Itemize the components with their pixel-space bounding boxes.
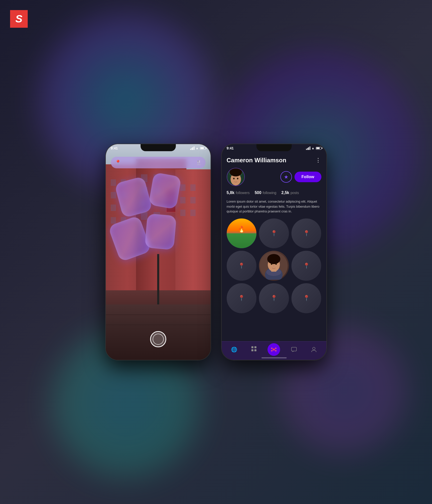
avatar-svg <box>227 168 244 185</box>
stats-row: 5,8k followers 500 following 2,5k posts <box>227 191 321 195</box>
svg-point-12 <box>271 263 272 265</box>
grid-item-3[interactable]: 📍 <box>291 218 321 248</box>
grid-item-4[interactable]: 📍 <box>227 251 257 281</box>
right-phone-notch <box>256 144 292 151</box>
following-stat: 500 following <box>255 191 276 195</box>
nav-message[interactable] <box>288 343 300 356</box>
left-phone: 9:41 ▲ <box>105 144 211 360</box>
ar-fork-icon: 🍴 <box>196 160 202 165</box>
location-pin-icon-4: 📍 <box>303 263 310 269</box>
svg-point-4 <box>233 178 235 179</box>
followers-label: followers <box>236 191 250 195</box>
grid-item-7[interactable]: 📍 <box>227 283 257 313</box>
profile-content: Cameron Williamson ⋮ <box>222 154 326 342</box>
location-pin-icon-5: 📍 <box>238 295 245 301</box>
location-pin-icon-3: 📍 <box>238 263 245 269</box>
location-pin-icon-6: 📍 <box>271 295 277 301</box>
person-portrait-svg <box>260 252 288 280</box>
right-phone: 9:41 ▲ Cameron Williamson <box>221 144 327 360</box>
svg-point-14 <box>273 265 274 266</box>
left-status-icons: ▲ <box>190 146 205 150</box>
avatar <box>227 168 245 186</box>
grid-item-2[interactable]: 📍 <box>259 218 289 248</box>
profile-screen: Cameron Williamson ⋮ <box>222 144 326 360</box>
nav-globe[interactable]: 🌐 <box>228 343 240 356</box>
ar-pin-icon: 📍 <box>115 160 121 166</box>
bottom-nav: 🌐 <box>222 341 326 360</box>
left-status-time: 9:41 <box>111 146 118 150</box>
shutter-button[interactable] <box>150 331 166 347</box>
location-pin-icon-2: 📍 <box>303 230 310 237</box>
ar-bubble-4 <box>145 213 176 250</box>
posts-stat: 2,5k posts <box>281 191 299 195</box>
svg-point-5 <box>237 178 238 179</box>
nav-profile[interactable] <box>308 343 320 356</box>
ar-search-bar[interactable]: 📍 🍴 <box>111 157 206 168</box>
right-status-icons: ▲ <box>306 146 321 150</box>
battery-icon-right <box>316 147 321 150</box>
svg-rect-15 <box>251 346 253 348</box>
grid-icon <box>251 346 257 353</box>
battery-icon <box>200 147 206 150</box>
social-network-icon <box>271 346 277 353</box>
logo-letter: S <box>10 10 28 28</box>
ar-screen: LIVEARTSEVENTS <box>106 144 211 360</box>
home-indicator <box>261 357 287 358</box>
ar-bubble-2 <box>148 172 181 209</box>
following-count: 500 <box>255 191 261 195</box>
following-label: following <box>263 191 276 195</box>
svg-point-3 <box>229 168 242 176</box>
posts-grid: 🔥 📍 📍 📍 <box>227 218 321 313</box>
app-logo: S <box>10 10 30 30</box>
svg-point-13 <box>275 263 277 265</box>
grid-item-8[interactable]: 📍 <box>259 283 289 313</box>
signal-icon-right <box>306 146 310 150</box>
right-status-time: 9:41 <box>227 146 234 150</box>
fire-icon: 🔥 <box>238 226 245 233</box>
nav-social[interactable] <box>268 343 280 356</box>
more-options-button[interactable]: ⋮ <box>315 157 321 164</box>
profile-icon <box>311 347 317 352</box>
grid-item-5[interactable] <box>259 251 289 281</box>
svg-point-19 <box>273 349 275 351</box>
wifi-icon-right: ▲ <box>312 146 315 150</box>
nav-grid[interactable] <box>248 343 260 356</box>
svg-rect-18 <box>254 349 256 351</box>
left-phone-notch <box>141 144 176 151</box>
svg-rect-16 <box>254 346 256 348</box>
followers-count: 5,8k <box>227 191 235 195</box>
ar-background: LIVEARTSEVENTS <box>106 144 211 360</box>
location-pin-icon-7: 📍 <box>303 295 310 301</box>
grid-item-1[interactable]: 🔥 <box>227 218 257 248</box>
profile-actions: ★ Follow <box>280 171 321 183</box>
profile-header: Cameron Williamson ⋮ <box>227 157 321 164</box>
phones-container: 9:41 ▲ <box>105 144 327 360</box>
posts-count: 2,5k <box>281 191 289 195</box>
posts-label: posts <box>290 191 299 195</box>
svg-rect-17 <box>251 349 253 351</box>
wifi-icon: ▲ <box>196 146 199 150</box>
follow-button[interactable]: Follow <box>294 172 321 182</box>
svg-point-29 <box>313 347 315 350</box>
svg-point-11 <box>267 254 280 264</box>
svg-rect-28 <box>291 347 296 351</box>
profile-name: Cameron Williamson <box>227 157 286 164</box>
location-pin-icon: 📍 <box>271 230 277 237</box>
globe-icon: 🌐 <box>231 346 237 353</box>
grid-item-6[interactable]: 📍 <box>291 251 321 281</box>
bio-text: Lorem ipsum dolor sit amet, consectetur … <box>227 199 321 214</box>
message-icon <box>291 347 297 352</box>
followers-stat: 5,8k followers <box>227 191 250 195</box>
star-button[interactable]: ★ <box>280 171 292 183</box>
signal-icon <box>190 146 194 150</box>
profile-info-row: ★ Follow <box>227 168 321 186</box>
grid-item-9[interactable]: 📍 <box>291 283 321 313</box>
building-right <box>175 169 211 290</box>
